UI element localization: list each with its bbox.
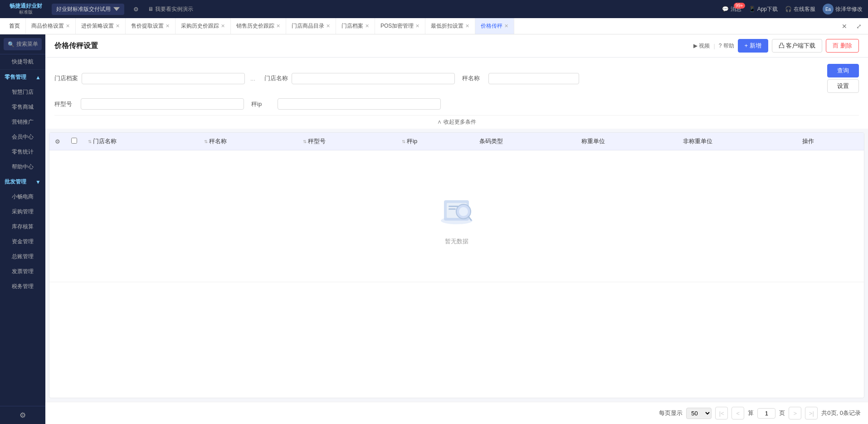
sidebar-section-retail[interactable]: 零售管理 ▲ [0, 70, 45, 85]
collapse-icon: ▲ [35, 74, 41, 81]
user-area[interactable]: Ea 徐泽华修改 [823, 4, 863, 14]
demo-button[interactable]: 🖥 我要看实例演示 [148, 5, 193, 13]
sidebar-item-marketing[interactable]: 营销推广 [0, 115, 45, 130]
store-name-label: 门店名称 [264, 74, 288, 82]
tab-pos-manage[interactable]: POS加密管理 ✕ [375, 18, 425, 34]
tab-close-icon[interactable]: ✕ [365, 24, 369, 29]
store-archive-input[interactable] [82, 73, 245, 84]
tab-store-archive-label: 门店档案 [341, 22, 363, 30]
sidebar-section-wholesale[interactable]: 批发管理 ▼ [0, 174, 45, 189]
tab-store-catalog[interactable]: 门店商品目录 ✕ [286, 18, 336, 34]
tab-home[interactable]: 首页 [4, 18, 26, 34]
tab-close-icon[interactable]: ✕ [504, 24, 508, 29]
search-menu-button[interactable]: 🔍 搜索菜单 [4, 38, 42, 50]
retail-stats-label: 零售统计 [12, 149, 34, 155]
next-page-button[interactable]: > [789, 407, 801, 419]
chevron-down-icon [113, 6, 120, 12]
close-window-button[interactable]: ✕ [839, 21, 850, 32]
tab-close-icon[interactable]: ✕ [465, 24, 469, 29]
message-button[interactable]: 💬 消息 99+ [722, 5, 741, 13]
tab-store-archive[interactable]: 门店档案 ✕ [336, 18, 375, 34]
page-suffix: 页 [779, 409, 785, 417]
sidebar-item-general-ledger[interactable]: 总账管理 [0, 249, 45, 264]
settings-icon[interactable]: ⚙ [20, 411, 26, 419]
tab-purchase-strategy[interactable]: 进价策略设置 ✕ [76, 18, 126, 34]
online-service-label: 在线客服 [794, 5, 815, 13]
prev-page-button[interactable]: < [731, 407, 744, 419]
collapse-button[interactable]: ∧ 收起更多条件 [54, 115, 859, 129]
select-all-checkbox[interactable] [71, 138, 77, 144]
sidebar-item-invoice[interactable]: 发票管理 [0, 264, 45, 279]
add-button[interactable]: + 新增 [738, 39, 768, 53]
settings-label: 设置 [837, 82, 849, 90]
sidebar-item-stock[interactable]: 库存核算 [0, 219, 45, 234]
tab-purchase-history[interactable]: 采购历史价跟踪 ✕ [176, 18, 231, 34]
help-label: 帮助中心 [12, 164, 34, 170]
table-settings-button[interactable]: ⚙ [55, 138, 60, 145]
finance-label: 资金管理 [12, 238, 34, 245]
sidebar-item-retail-stats[interactable]: 零售统计 [0, 145, 45, 159]
sidebar-item-purchase[interactable]: 采购管理 [0, 204, 45, 219]
delete-button[interactable]: 而 删除 [826, 39, 859, 53]
tab-sale-history-label: 销售历史价跟踪 [236, 22, 274, 30]
sidebar-item-small-ecom[interactable]: 小畅电商 [0, 189, 45, 204]
tab-close-icon[interactable]: ✕ [221, 24, 225, 29]
last-page-button[interactable]: >| [805, 407, 818, 419]
maximize-button[interactable]: ⤢ [853, 21, 864, 32]
app-download-button[interactable]: 📱 App下载 [749, 5, 778, 13]
tab-close-icon[interactable]: ✕ [276, 24, 280, 29]
sidebar-search-area: 🔍 搜索菜单 [0, 34, 45, 54]
col-scale-ip: ⇅ 秤ip [396, 133, 474, 150]
tab-close-icon[interactable]: ✕ [66, 24, 70, 29]
member-label: 会员中心 [12, 134, 34, 140]
page-number-input[interactable] [757, 408, 775, 419]
settings-button[interactable]: 设置 [827, 79, 859, 93]
ellipsis-button[interactable]: ... [249, 75, 257, 82]
tab-close-icon[interactable]: ✕ [166, 24, 170, 29]
store-name-input[interactable] [292, 73, 455, 84]
tab-close-icon[interactable]: ✕ [116, 24, 120, 29]
tax-label: 税务管理 [12, 283, 34, 289]
tab-sale-price-label: 售价提取设置 [131, 22, 164, 30]
tab-close-icon[interactable]: ✕ [326, 24, 330, 29]
scale-name-input[interactable] [488, 73, 579, 84]
top-settings-button[interactable]: ⚙ [130, 3, 142, 15]
tab-sale-price[interactable]: 售价提取设置 ✕ [126, 18, 176, 34]
sidebar-item-member[interactable]: 会员中心 [0, 130, 45, 145]
help-link[interactable]: ? 帮助 [719, 42, 734, 50]
scale-name-filter: 秤名称 [462, 73, 579, 84]
sidebar-item-retail-mall[interactable]: 零售商城 [0, 100, 45, 115]
sidebar-item-smart-store[interactable]: 智慧门店 [0, 85, 45, 100]
stock-label: 库存核算 [12, 223, 34, 230]
scale-ip-input[interactable] [278, 98, 441, 110]
scale-model-input[interactable] [81, 98, 244, 110]
sidebar-item-tax[interactable]: 税务管理 [0, 279, 45, 294]
sidebar-item-help[interactable]: 帮助中心 [0, 159, 45, 174]
online-service-button[interactable]: 🎧 在线客服 [785, 5, 815, 13]
tab-min-discount[interactable]: 最低折扣设置 ✕ [425, 18, 475, 34]
collapse-label: ∧ 收起更多条件 [437, 118, 476, 126]
sort-icon: ⇅ [402, 139, 407, 144]
scale-model-filter: 秤型号 [54, 98, 244, 110]
scale-model-label: 秤型号 [54, 100, 77, 108]
tab-purchase-history-label: 采购历史价跟踪 [181, 22, 219, 30]
col-operation: 操作 [797, 133, 864, 150]
tab-sale-history[interactable]: 销售历史价跟踪 ✕ [231, 18, 286, 34]
tab-close-icon[interactable]: ✕ [415, 24, 419, 29]
logo-area: 畅捷通好业财 标准版 [5, 3, 46, 15]
tab-commodity-price[interactable]: 商品价格设置 ✕ [26, 18, 76, 34]
top-bar: 畅捷通好业财 标准版 好业财标准版交付试用 ⚙ 🖥 我要看实例演示 💬 消息 9… [0, 0, 868, 18]
first-page-button[interactable]: |< [715, 407, 728, 419]
tab-price-scale[interactable]: 价格传秤 ✕ [475, 18, 514, 34]
scale-name-label: 秤名称 [462, 74, 485, 82]
version-selector[interactable]: 好业财标准版交付试用 [52, 4, 124, 15]
headset-icon: 🎧 [785, 6, 792, 12]
sidebar-item-shortcut[interactable]: 快捷导航 [0, 54, 45, 70]
page-label: 算 [748, 409, 754, 417]
video-link[interactable]: ▶ 视频 [693, 42, 710, 50]
export-button[interactable]: 凸 客户端下载 [772, 39, 823, 53]
page-size-select[interactable]: 10 20 50 100 [686, 408, 712, 419]
sort-icon: ⇅ [204, 139, 209, 144]
query-button[interactable]: 查询 [827, 64, 859, 77]
sidebar-item-finance[interactable]: 资金管理 [0, 234, 45, 249]
